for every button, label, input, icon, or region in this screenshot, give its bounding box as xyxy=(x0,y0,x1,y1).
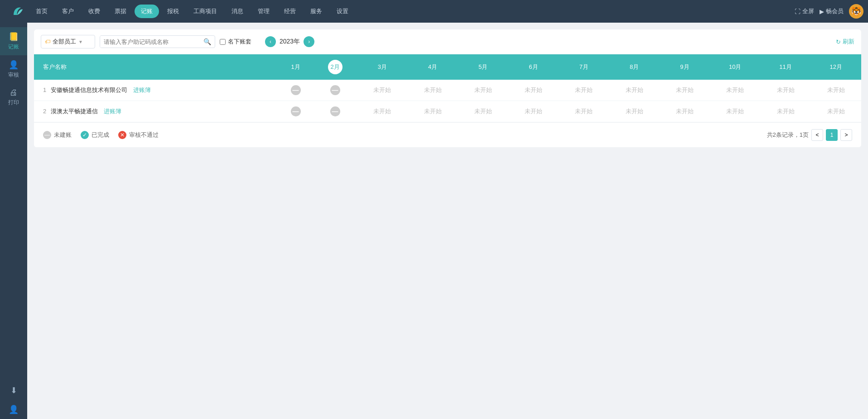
user-avatar[interactable]: 🐯 xyxy=(849,4,863,19)
pagination-info: 共2条记录，1页 xyxy=(767,131,809,139)
nav-item-customer[interactable]: 客户 xyxy=(56,5,80,18)
legend-rejected: ✕ 审核不通过 xyxy=(118,131,159,139)
vip-button[interactable]: ▶ 畅会员 xyxy=(820,7,844,15)
nav-items: 首页 客户 收费 票据 记账 报税 工商项目 消息 管理 经营 服务 设置 xyxy=(29,5,795,18)
month-status-cell[interactable]: — xyxy=(313,80,357,101)
nav-item-settings[interactable]: 设置 xyxy=(330,5,355,18)
legend-completed-label: 已完成 xyxy=(92,131,109,139)
nav-item-invoice[interactable]: 票据 xyxy=(108,5,133,18)
next-year-button[interactable]: › xyxy=(304,36,314,47)
mybooks-checkbox[interactable] xyxy=(220,39,226,45)
month-status-cell[interactable]: 未开始 xyxy=(508,80,559,101)
col-header-jul: 7月 xyxy=(559,54,609,80)
col-header-aug: 8月 xyxy=(609,54,660,80)
sidebar-item-user[interactable]: 👤 xyxy=(0,400,27,419)
status-not-started: 未开始 xyxy=(575,108,593,115)
status-not-started: 未开始 xyxy=(525,87,542,93)
status-not-started: 未开始 xyxy=(474,108,492,115)
enter-link[interactable]: 进账簿 xyxy=(133,87,151,93)
sidebar: 📒 记账 👤 审核 🖨 打印 ⬇ 👤 xyxy=(0,23,27,419)
sidebar-bottom: ⬇ 👤 xyxy=(0,381,27,419)
month-status-cell[interactable]: 未开始 xyxy=(760,80,810,101)
bookkeeping-icon: 📒 xyxy=(9,32,19,42)
table-wrap: 客户名称 1月 2月 3月 4月 5月 6月 7月 8月 9月 10月 11月 xyxy=(34,54,861,122)
next-page-button[interactable]: > xyxy=(840,129,852,141)
legend-not-started-label: 未建账 xyxy=(54,131,72,139)
month-status-cell[interactable]: 未开始 xyxy=(508,101,559,122)
vip-label: 畅会员 xyxy=(826,7,844,15)
legend-teal-icon: ✓ xyxy=(81,131,89,139)
nav-item-fee[interactable]: 收费 xyxy=(82,5,106,18)
month-status-cell[interactable]: 未开始 xyxy=(660,101,710,122)
legend-completed: ✓ 已完成 xyxy=(81,131,109,139)
vip-icon: ▶ xyxy=(820,8,824,15)
search-input[interactable] xyxy=(100,36,200,48)
status-not-started: 未开始 xyxy=(424,108,442,115)
year-display: 2023年 xyxy=(280,38,300,46)
row-index: 1 xyxy=(43,87,46,93)
month-status-cell[interactable]: 未开始 xyxy=(407,80,458,101)
status-not-started: 未开始 xyxy=(777,108,795,115)
refresh-button[interactable]: ↻ 刷新 xyxy=(836,38,854,46)
status-not-started: 未开始 xyxy=(676,87,694,93)
checkbox-label-mybooks[interactable]: 名下账套 xyxy=(220,38,251,46)
prev-year-button[interactable]: ‹ xyxy=(265,36,276,47)
status-not-started: 未开始 xyxy=(626,87,643,93)
page-1-button[interactable]: 1 xyxy=(826,129,838,141)
nav-item-manage[interactable]: 管理 xyxy=(251,5,276,18)
data-table: 客户名称 1月 2月 3月 4月 5月 6月 7月 8月 9月 10月 11月 xyxy=(34,54,861,122)
month-status-cell[interactable]: — xyxy=(278,80,313,101)
month-status-cell[interactable]: 未开始 xyxy=(710,101,760,122)
month-status-cell[interactable]: 未开始 xyxy=(458,80,508,101)
status-not-started: 未开始 xyxy=(626,108,643,115)
month-status-cell[interactable]: — xyxy=(313,101,357,122)
enter-link[interactable]: 进账簿 xyxy=(104,108,121,115)
status-not-started: 未开始 xyxy=(726,108,744,115)
user-icon: 👤 xyxy=(9,405,19,414)
fullscreen-button[interactable]: ⛶ 全屏 xyxy=(795,7,814,15)
row-name-cell: 2 漠澳太平畅捷通信 进账簿 xyxy=(34,101,278,122)
sidebar-item-bookkeeping-label: 记账 xyxy=(8,43,19,51)
month-status-cell[interactable]: 未开始 xyxy=(609,101,660,122)
month-status-cell[interactable]: 未开始 xyxy=(811,101,861,122)
sidebar-item-bookkeeping[interactable]: 📒 记账 xyxy=(0,27,27,55)
col-header-feb: 2月 xyxy=(313,54,357,80)
nav-right: ⛶ 全屏 ▶ 畅会员 🐯 xyxy=(795,4,863,19)
prev-page-button[interactable]: < xyxy=(811,129,823,141)
sidebar-item-print[interactable]: 🖨 打印 xyxy=(0,83,27,111)
sidebar-item-audit[interactable]: 👤 审核 xyxy=(0,55,27,83)
month-status-cell[interactable]: 未开始 xyxy=(760,101,810,122)
legend-grey-icon: — xyxy=(43,131,51,139)
month-status-cell[interactable]: 未开始 xyxy=(811,80,861,101)
month-status-cell[interactable]: 未开始 xyxy=(710,80,760,101)
month-status-cell[interactable]: 未开始 xyxy=(559,101,609,122)
status-not-started: 未开始 xyxy=(373,87,391,93)
employee-filter[interactable]: 🏷 全部员工 ▼ xyxy=(41,35,95,48)
nav-item-home[interactable]: 首页 xyxy=(29,5,54,18)
status-not-started: 未开始 xyxy=(676,108,694,115)
nav-item-business[interactable]: 工商项目 xyxy=(187,5,223,18)
nav-item-message[interactable]: 消息 xyxy=(225,5,250,18)
month-status-cell[interactable]: 未开始 xyxy=(458,101,508,122)
month-status-cell[interactable]: 未开始 xyxy=(609,80,660,101)
search-button[interactable]: 🔍 xyxy=(200,36,215,48)
month-status-cell[interactable]: 未开始 xyxy=(357,101,407,122)
month-status-cell[interactable]: 未开始 xyxy=(660,80,710,101)
nav-item-service[interactable]: 服务 xyxy=(304,5,328,18)
nav-item-operation[interactable]: 经营 xyxy=(278,5,302,18)
status-not-started: 未开始 xyxy=(827,108,845,115)
status-not-started: 未开始 xyxy=(525,108,542,115)
month-status-cell[interactable]: 未开始 xyxy=(559,80,609,101)
search-wrap: 🔍 xyxy=(100,35,215,48)
nav-item-tax[interactable]: 报税 xyxy=(161,5,185,18)
active-month-circle: 2月 xyxy=(328,60,342,74)
month-status-cell[interactable]: 未开始 xyxy=(407,101,458,122)
month-status-cell[interactable]: 未开始 xyxy=(357,80,407,101)
fullscreen-icon: ⛶ xyxy=(795,8,800,15)
nav-item-bookkeeping[interactable]: 记账 xyxy=(135,5,159,18)
month-status-cell[interactable]: — xyxy=(278,101,313,122)
sidebar-item-download[interactable]: ⬇ xyxy=(0,381,27,400)
status-not-started: 未开始 xyxy=(424,87,442,93)
status-not-started: 未开始 xyxy=(474,87,492,93)
table-header-row: 客户名称 1月 2月 3月 4月 5月 6月 7月 8月 9月 10月 11月 xyxy=(34,54,861,80)
